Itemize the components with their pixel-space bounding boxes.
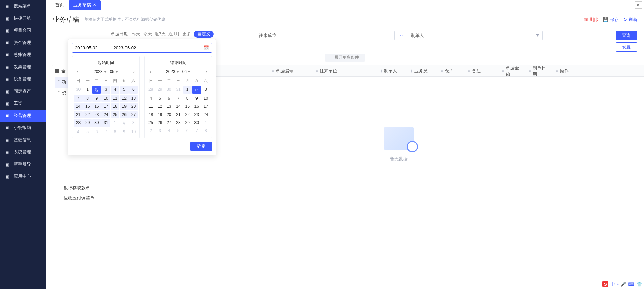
maker-select[interactable] [428, 31, 543, 40]
calendar-day[interactable]: 26 [156, 119, 164, 126]
category-item[interactable]: 银行存取款单 [55, 183, 150, 193]
prev-month-button[interactable]: ‹ [75, 68, 80, 75]
calendar-day[interactable]: 20 [165, 111, 173, 118]
query-button[interactable]: 查询 [616, 31, 637, 40]
calendar-day[interactable]: 3 [101, 86, 110, 94]
calendar-day[interactable]: 6 [92, 128, 101, 136]
close-icon[interactable]: ✕ [93, 3, 96, 7]
calendar-day[interactable]: 17 [101, 103, 110, 110]
calendar-day[interactable]: 25 [146, 119, 155, 126]
table-column-header[interactable]: ▲▼单据编号 [268, 65, 312, 76]
table-column-header[interactable]: ▲▼制单人 [376, 65, 407, 76]
sidebar-item[interactable]: ▣总账管理 [0, 49, 46, 61]
calendar-day[interactable]: 28 [174, 119, 182, 126]
tab-draft[interactable]: 业务草稿 ✕ [69, 0, 101, 10]
sidebar-item[interactable]: ▣基础信息 [0, 134, 46, 146]
calendar-day[interactable]: 24 [202, 111, 210, 118]
window-close-button[interactable]: ✕ [635, 1, 642, 9]
calendar-day[interactable]: 25 [111, 111, 119, 118]
sidebar-item[interactable]: ▣经营管理 [0, 110, 46, 122]
table-column-header[interactable]: ▲▼制单日期 [525, 65, 552, 76]
calendar-day[interactable]: 10 [101, 95, 110, 102]
sidebar-item[interactable]: ▣搜索菜单 [0, 0, 46, 12]
calendar-day[interactable]: 9 [192, 95, 201, 102]
calendar-day[interactable]: 10 [129, 128, 138, 136]
calendar-day[interactable]: 21 [74, 111, 83, 118]
calendar-day[interactable]: 29 [156, 86, 164, 94]
calendar-day[interactable]: 1 [202, 119, 210, 126]
calendar-day[interactable]: 9 [92, 95, 101, 102]
sidebar-item[interactable]: ▣项目合同 [0, 24, 46, 37]
calendar-day[interactable]: 8 [183, 95, 192, 102]
next-month-button[interactable]: › [204, 68, 209, 75]
date-range-input[interactable]: ~ 📅 [72, 43, 212, 53]
calendar-day[interactable]: 15 [83, 103, 92, 110]
calendar-day[interactable]: 4 [111, 86, 119, 94]
calendar-day[interactable]: 今 [120, 119, 129, 127]
calendar-day[interactable]: 8 [111, 128, 119, 136]
calendar-day[interactable]: 12 [156, 103, 164, 110]
year-select[interactable]: 2023 [166, 69, 179, 74]
calendar-day[interactable]: 14 [174, 103, 182, 110]
calendar-day[interactable]: 31 [101, 119, 110, 127]
calendar-day[interactable]: 13 [165, 103, 173, 110]
calendar-day[interactable]: 9 [120, 128, 129, 136]
calendar-day[interactable]: 3 [129, 119, 138, 127]
calendar-day[interactable]: 14 [74, 103, 83, 110]
calendar-day[interactable]: 11 [146, 103, 155, 110]
table-column-header[interactable]: ▲▼操作 [552, 65, 576, 76]
sidebar-item[interactable]: ▣工资 [0, 97, 46, 110]
ime-icon[interactable]: • [617, 282, 619, 287]
sidebar-item[interactable]: ▣应用中心 [0, 170, 46, 183]
calendar-day[interactable]: 26 [120, 111, 129, 118]
calendar-day[interactable]: 2 [146, 127, 155, 135]
month-select[interactable]: 05 [110, 69, 118, 74]
prev-month-button[interactable]: ‹ [147, 68, 153, 75]
calendar-day[interactable]: 止 [192, 86, 201, 94]
calendar-day[interactable]: 5 [120, 86, 129, 94]
calendar-day[interactable]: 5 [174, 127, 182, 135]
calendar-day[interactable]: 1 [183, 86, 192, 94]
calendar-day[interactable]: 18 [111, 103, 119, 110]
table-column-header[interactable]: ▲▼备注 [464, 65, 498, 76]
calendar-day[interactable]: 6 [183, 127, 192, 135]
month-select[interactable]: 06 [182, 69, 190, 74]
category-item[interactable]: 应收应付调整单 [55, 193, 150, 203]
calendar-day[interactable]: 3 [156, 127, 164, 135]
delete-button[interactable]: 🗑删除 [584, 17, 598, 23]
calendar-day[interactable]: 起 [92, 86, 101, 94]
calendar-day[interactable]: 8 [83, 95, 92, 102]
calendar-day[interactable]: 4 [146, 95, 155, 102]
calendar-day[interactable]: 22 [83, 111, 92, 118]
preset-more[interactable]: 更多 [182, 31, 191, 37]
calendar-day[interactable]: 20 [129, 103, 138, 110]
confirm-button[interactable]: 确定 [190, 142, 212, 151]
calendar-day[interactable]: 4 [165, 127, 173, 135]
calendar-day[interactable]: 10 [202, 95, 210, 102]
calendar-day[interactable]: 5 [156, 95, 164, 102]
table-column-header[interactable]: ▲▼单据金额 [498, 65, 525, 76]
save-button[interactable]: 💾保存 [603, 17, 619, 23]
table-column-header[interactable]: ▲▼往来单位 [312, 65, 376, 76]
calendar-day[interactable]: 28 [146, 86, 155, 94]
ime-keyboard-icon[interactable]: ⌨ [628, 282, 635, 287]
preset-yesterday[interactable]: 昨天 [132, 31, 140, 37]
calendar-day[interactable]: 30 [192, 119, 201, 126]
sidebar-item[interactable]: ▣小畅报销 [0, 122, 46, 134]
calendar-day[interactable]: 30 [92, 119, 101, 127]
sidebar-item[interactable]: ▣税务管理 [0, 73, 46, 85]
calendar-day[interactable]: 23 [192, 111, 201, 118]
calendar-day[interactable]: 29 [183, 119, 192, 126]
calendar-day[interactable]: 30 [74, 86, 83, 94]
sidebar-item[interactable]: ▣固定资产 [0, 85, 46, 97]
preset-custom[interactable]: 自定义 [194, 31, 214, 38]
calendar-day[interactable]: 21 [174, 111, 182, 118]
ime-lang[interactable]: 中 [611, 281, 615, 287]
tab-home[interactable]: 首页 [50, 0, 69, 10]
start-date-input[interactable] [75, 45, 106, 50]
calendar-day[interactable]: 19 [156, 111, 164, 118]
calendar-day[interactable]: 12 [120, 95, 129, 102]
calendar-day[interactable]: 7 [74, 95, 83, 102]
calendar-day[interactable]: 27 [165, 119, 173, 126]
expand-filters-button[interactable]: ˅ 展开更多条件 [325, 54, 365, 62]
